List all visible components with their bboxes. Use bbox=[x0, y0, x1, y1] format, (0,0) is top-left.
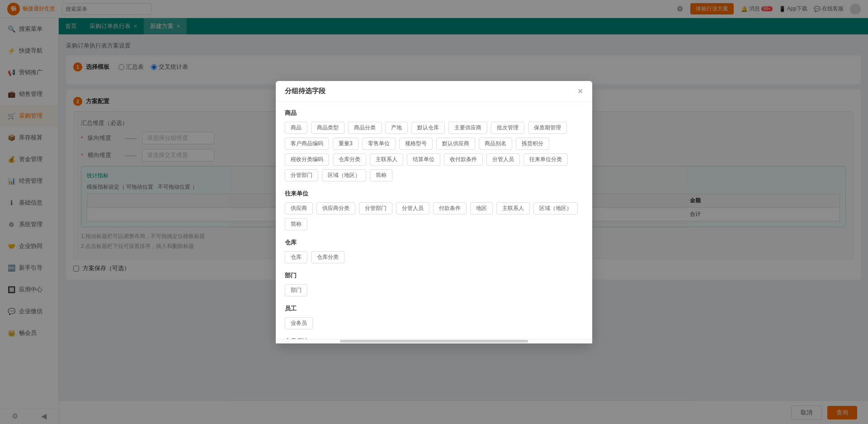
section-partner-title: 往来单位 bbox=[285, 190, 583, 198]
field-tag[interactable]: 商品 bbox=[285, 122, 307, 134]
employee-field-tags: 业务员 bbox=[285, 317, 583, 329]
field-tag[interactable]: 规格型号 bbox=[399, 138, 433, 150]
field-tag[interactable]: 供应商分类 bbox=[316, 202, 355, 214]
modal-horizontal-scrollbar[interactable] bbox=[276, 339, 592, 343]
field-tag[interactable]: 批次管理 bbox=[491, 122, 524, 134]
field-tag[interactable]: 地区 bbox=[470, 202, 493, 214]
field-tag[interactable]: 默认供应商 bbox=[436, 138, 475, 150]
partner-field-tags: 供应商 供应商分类 分管部门 分管人员 付款条件 地区 主联系人 区域（地区） … bbox=[285, 202, 583, 230]
field-tag[interactable]: 简称 bbox=[285, 218, 307, 230]
modal-body: 商品 商品 商品类型 商品分类 产地 默认仓库 主要供应商 批次管理 保质期管理… bbox=[276, 102, 592, 339]
field-tag[interactable]: 零售单位 bbox=[362, 138, 396, 150]
modal-title: 分组待选字段 bbox=[285, 87, 326, 95]
section-product-title: 商品 bbox=[285, 109, 583, 117]
section-warehouse: 仓库 仓库 仓库分类 bbox=[285, 238, 583, 263]
section-employee: 员工 业务员 bbox=[285, 305, 583, 329]
field-tag[interactable]: 商品类型 bbox=[311, 122, 344, 134]
modal-hscroll-thumb[interactable] bbox=[340, 340, 528, 343]
modal-close-button[interactable]: ✕ bbox=[577, 87, 583, 95]
section-warehouse-title: 仓库 bbox=[285, 238, 583, 247]
field-tag[interactable]: 仓库分类 bbox=[311, 251, 344, 263]
field-tag[interactable]: 分管部门 bbox=[359, 202, 392, 214]
field-tag[interactable]: 仓库分类 bbox=[333, 153, 366, 166]
field-tag[interactable]: 保质期管理 bbox=[528, 122, 567, 134]
field-tag[interactable]: 分管人员 bbox=[486, 153, 520, 166]
field-tag[interactable]: 简称 bbox=[370, 169, 392, 181]
field-tag[interactable]: 区域（地区） bbox=[322, 169, 366, 181]
field-tag[interactable]: 拣货积分 bbox=[516, 138, 549, 150]
field-tag[interactable]: 结算单位 bbox=[407, 153, 440, 166]
field-tag[interactable]: 主要供应商 bbox=[448, 122, 487, 134]
field-tag[interactable]: 商品分类 bbox=[348, 122, 382, 134]
field-tag[interactable]: 仓库 bbox=[285, 251, 307, 263]
field-tag[interactable]: 重量3 bbox=[333, 138, 359, 150]
dept-field-tags: 部门 bbox=[285, 284, 583, 296]
field-tag[interactable]: 供应商 bbox=[285, 202, 313, 214]
section-employee-title: 员工 bbox=[285, 305, 583, 313]
field-tag[interactable]: 付款条件 bbox=[433, 202, 467, 214]
field-tag[interactable]: 往来单位分类 bbox=[524, 153, 568, 166]
modal: 分组待选字段 ✕ 商品 商品 商品类型 商品分类 产地 默认仓库 主要供应商 批… bbox=[276, 81, 592, 343]
modal-header: 分组待选字段 ✕ bbox=[276, 81, 592, 102]
field-tag[interactable]: 分管人员 bbox=[396, 202, 429, 214]
field-tag[interactable]: 税收分类编码 bbox=[285, 153, 329, 166]
section-product: 商品 商品 商品类型 商品分类 产地 默认仓库 主要供应商 批次管理 保质期管理… bbox=[285, 109, 583, 181]
field-tag[interactable]: 业务员 bbox=[285, 317, 313, 329]
field-tag[interactable]: 收付款条件 bbox=[444, 153, 483, 166]
section-partner: 往来单位 供应商 供应商分类 分管部门 分管人员 付款条件 地区 主联系人 区域… bbox=[285, 190, 583, 230]
field-tag[interactable]: 产地 bbox=[385, 122, 408, 134]
field-tag[interactable]: 主联系人 bbox=[496, 202, 530, 214]
field-tag[interactable]: 默认仓库 bbox=[411, 122, 445, 134]
field-tag[interactable]: 分管部门 bbox=[285, 169, 318, 181]
modal-overlay[interactable]: 分组待选字段 ✕ 商品 商品 商品类型 商品分类 产地 默认仓库 主要供应商 批… bbox=[0, 0, 868, 424]
field-tag[interactable]: 部门 bbox=[285, 284, 307, 296]
product-field-tags: 商品 商品类型 商品分类 产地 默认仓库 主要供应商 批次管理 保质期管理 客户… bbox=[285, 122, 583, 181]
section-dept-title: 部门 bbox=[285, 272, 583, 280]
field-tag[interactable]: 商品别名 bbox=[479, 138, 512, 150]
warehouse-field-tags: 仓库 仓库分类 bbox=[285, 251, 583, 263]
section-dept: 部门 部门 bbox=[285, 272, 583, 296]
field-tag[interactable]: 区域（地区） bbox=[533, 202, 578, 214]
field-tag[interactable]: 客户商品编码 bbox=[285, 138, 329, 150]
field-tag[interactable]: 主联系人 bbox=[370, 153, 403, 166]
